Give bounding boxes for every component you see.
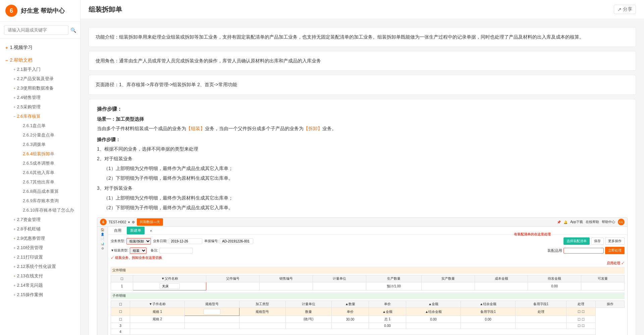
mock-top-left: 6 TEST-H002 ▾ ⚙ 同期数据—天 [100, 218, 163, 226]
step2-text: 2、对于组装业务 [97, 155, 628, 163]
mock-top-table-label: 父件明细 [111, 267, 625, 274]
mock-tab-new[interactable]: 新建单 [127, 227, 145, 234]
mock-pin-icon: 📌 [557, 220, 561, 224]
mock-remark-input[interactable] [159, 248, 193, 254]
sidebar-item-operation[interactable]: + 2.10经营管理 [11, 243, 75, 253]
mock-part-name-input[interactable] [160, 283, 180, 289]
sidebar-item-cost[interactable]: 2.6.5成本调整单 [20, 159, 75, 168]
mock-online-help: 在线帮助 [586, 220, 599, 224]
mock-more-btn[interactable]: 更多操作 [605, 237, 625, 245]
mock-help-center: 帮助中心 [602, 220, 615, 224]
sidebar-item-cases[interactable]: + 2.15操作案例 [11, 290, 75, 299]
mock-logo-icon: 6 [100, 219, 107, 225]
sidebar-item-new[interactable]: + 2.1新手入门 [11, 65, 75, 74]
steps-subtitle: 操作步骤： [97, 137, 628, 143]
sidebar-item-video[interactable]: + 1.视频学习 [5, 43, 75, 52]
mock-doc-icon: 📄 [101, 237, 104, 241]
annotation-label-1: 有装配清单的在这里处理 [514, 232, 551, 237]
plus-icon-print: + [13, 255, 15, 259]
mock-confirm-btn[interactable]: 立即处理 [605, 247, 625, 254]
sidebar-item-cost-recalc[interactable]: 2.6.8商品成本重算 [20, 187, 75, 196]
mock-col-code: 父件编号 [206, 275, 260, 282]
mock-cell-num: 1 [111, 282, 133, 290]
mock-app-id: TEST-H002 [109, 220, 126, 224]
sidebar-item-mobile[interactable]: + 2.8手机旺铺 [11, 224, 75, 234]
mock-select-bom-btn[interactable]: 选择装配清单 [564, 237, 590, 245]
mock-bcol-price: 单价 [369, 301, 406, 308]
mock-tab-own[interactable]: 自用 [111, 227, 125, 234]
intro-text: 功能介绍：组装拆卸单用来处理企业组装或拆卸等加工业务，支持有固定装配清单的产品加… [96, 34, 584, 40]
sidebar-nav: + 1.视频学习 − 2.帮助文档 + 2.1新手入门 + 2.2产品安装及登录 [0, 39, 80, 335]
mock-bottom-table: ☐ ▼子件名称 规格型号 加工类型 计量单位 ▲数量 单价 ▲金 [111, 300, 625, 335]
path-text: 页面路径：1、库存核算->库存管理->组装拆卸单 2、首页->常用功能 [96, 82, 237, 87]
sidebar-item-ledger-err[interactable]: 2.6.10库存账本错了怎么办 [20, 206, 75, 215]
table-row: ☐ 规格 1 规格型号 数量 单价 ▲金额 ▲结余金额 [111, 308, 625, 316]
sidebar-item-inventory[interactable]: − 2.6库存核算 [11, 112, 75, 121]
mock-spec-input[interactable] [204, 309, 220, 315]
plus-icon-operation: + [13, 246, 15, 250]
mock-cell-unit2 [313, 282, 366, 290]
share-button[interactable]: ↗ 分享 [614, 5, 636, 14]
scenario1-title: 场景一：加工类型选择 [97, 116, 628, 122]
sidebar-item-other-in[interactable]: 2.6.6其他入库单 [20, 168, 75, 177]
table-row: 4 [111, 329, 625, 335]
search-input[interactable] [4, 25, 68, 35]
sidebar-item-print[interactable]: + 2.11打印设置 [11, 253, 75, 262]
mock-period-btn[interactable]: 同期数据—天 [137, 218, 163, 226]
mock-type-field: 业务类型: 组装/拆卸 [111, 238, 151, 244]
plus-icon-faq: + [13, 283, 15, 287]
plus-icon-data: + [13, 86, 15, 90]
sidebar-item-payment[interactable]: + 2.13在线支付 [11, 271, 75, 281]
mock-type-select[interactable]: 组装/拆卸 [126, 238, 151, 244]
mock-save-btn[interactable]: 保存 [591, 237, 604, 245]
mock-bcol-spare: 备用字段1 [516, 301, 567, 308]
mock-form-row2: ▼组装类型: 组装 备注: [111, 247, 625, 254]
search-button[interactable]: 🔍 [70, 27, 76, 33]
main-header: 组装拆卸单 ↗ 分享 [80, 0, 644, 19]
main-content: 功能介绍：组装拆卸单用来处理企业组装或拆卸等加工业务，支持有固定装配清单的产品加… [80, 19, 644, 335]
mock-code-label: 单据编号: [204, 239, 219, 243]
step2-2-text: （2）下部明细为子件明细，最终作为原材料生成其它出库单。 [97, 174, 628, 182]
mock-annotations-row: ↙ 组装业务、拆卸业务在这里切换 启用处理 ↙ [111, 256, 625, 266]
sidebar-item-assembly[interactable]: 2.6.4组装拆卸单 [20, 149, 75, 159]
sidebar-item-ledger[interactable]: 2.6.9库存账本查询 [20, 196, 75, 206]
sidebar-item-install[interactable]: + 2.2产品安装及登录 [11, 74, 75, 83]
sidebar-item-other-out[interactable]: 2.6.7其他出库单 [20, 177, 75, 187]
sidebar-item-capital[interactable]: + 2.7资金管理 [11, 215, 75, 224]
sidebar-item-help-label: 2.帮助文档 [10, 57, 33, 63]
mock-remark-label: 备注: [151, 248, 158, 253]
mock-top-bar: 6 TEST-H002 ▾ ⚙ 同期数据—天 📌 🔔 App下载 在线帮助 帮助… [97, 218, 627, 227]
plus-icon-coupon: + [13, 236, 15, 240]
mock-bcol-check: ☐ [111, 301, 130, 308]
sidebar-item-coupon[interactable]: + 2.9优惠券管理 [11, 234, 75, 243]
table-row: 30.00☐ ☐ [111, 323, 625, 329]
sidebar-item-purchase[interactable]: + 2.5采购管理 [11, 102, 75, 112]
mock-left-icons: 🏠 👤 📄 📊 ⚙ [97, 227, 108, 335]
sidebar-item-stocktake[interactable]: 2.6.1盘点单 [20, 121, 75, 130]
operations-title: 操作步骤： [97, 106, 628, 112]
sidebar-item-sales[interactable]: + 2.4销售管理 [11, 93, 75, 102]
sidebar-item-data[interactable]: + 2.3使用前数据准备 [11, 83, 75, 93]
sidebar-item-help[interactable]: − 2.帮助文档 [5, 56, 75, 65]
mock-tab-close[interactable]: × [147, 227, 155, 234]
mock-bom-field[interactable] [564, 248, 604, 254]
mock-bell-icon: 🔔 [564, 220, 568, 224]
mock-dropdown-icon: ▾ [128, 220, 130, 224]
mock-cell-planqty: 预计/1.00 [366, 282, 421, 290]
sidebar-item-faq[interactable]: + 2.14常见问题 [11, 281, 75, 290]
mock-main-panel: 自用 新建单 × 业务类型: 组装/拆卸 [108, 227, 627, 335]
mock-code-input[interactable] [220, 238, 253, 244]
sidebar-item-adjust[interactable]: 2.6.3调拨单 [20, 140, 75, 149]
step3-text: 3、对于拆装业务 [97, 184, 628, 192]
sidebar-search-container: 🔍 [0, 22, 80, 39]
mock-settings-icon: ⚙ [132, 220, 135, 224]
mock-assembly-select[interactable]: 组装 [130, 247, 147, 254]
plus-icon-capital: + [13, 218, 15, 222]
mock-assembly-type: ▼组装类型: 组装 [111, 247, 147, 254]
mock-app-body: 🏠 👤 📄 📊 ⚙ 自用 新建单 × [97, 227, 627, 335]
plus-icon-system: + [13, 265, 15, 269]
sidebar-item-partial[interactable]: 2.6.2分量盘点单 [20, 130, 75, 140]
sidebar-item-system[interactable]: + 2.12系统个性化设置 [11, 262, 75, 271]
step2-1-text: （1）上部明细为父件明细，最终作为产成品生成其它入库单； [97, 164, 628, 173]
mock-date-input[interactable] [169, 238, 202, 244]
